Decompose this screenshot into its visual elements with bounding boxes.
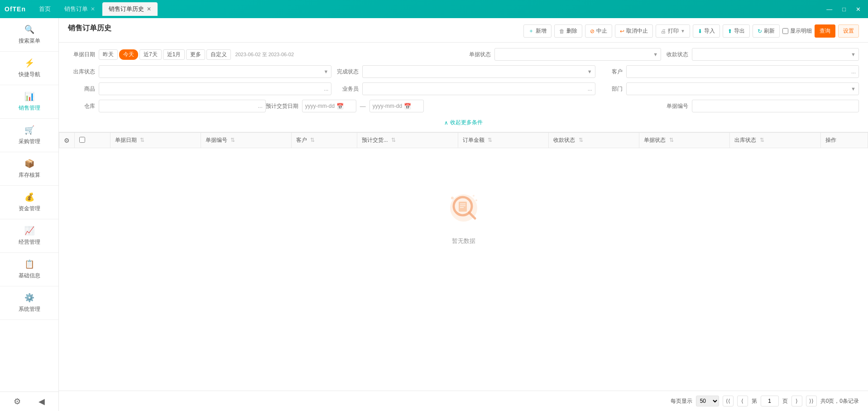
tab-sales-order-close[interactable]: ✕ — [91, 6, 95, 12]
date-custom-btn[interactable]: 自定义 — [206, 49, 231, 60]
th-amount[interactable]: 订单金额 ⇅ — [458, 133, 549, 148]
sidebar-item-finance[interactable]: 💰 资金管理 — [0, 186, 58, 219]
table-header: ⚙ 单据日期 ⇅ 单据编号 ⇅ — [59, 133, 868, 148]
sidebar-settings-icon[interactable]: ⚙ — [14, 396, 21, 406]
th-payment-status[interactable]: 收款状态 ⇅ — [549, 133, 639, 148]
warehouse-input[interactable]: ... — [99, 100, 266, 112]
delivery-date-end-placeholder: yyyy-mm-dd — [373, 103, 402, 109]
filter-order-number: 单据编号 — [661, 100, 859, 112]
table-settings-button[interactable]: ⚙ — [64, 137, 70, 144]
page-header-wrapper: 销售订单历史 ＋ 新增 🗑 删除 ⊘ 中止 ↩ — [59, 18, 868, 43]
import-label: 导入 — [704, 27, 715, 35]
print-button[interactable]: 🖨 打印 ▼ — [656, 24, 690, 38]
date-yesterday-btn[interactable]: 昨天 — [99, 49, 118, 60]
export-button[interactable]: ⬆ 导出 — [723, 24, 750, 38]
last-page-button[interactable]: ⟩⟩ — [806, 396, 817, 406]
sidebar-item-sys-mgmt[interactable]: ⚙️ 系统管理 — [0, 286, 58, 320]
show-detail-input[interactable] — [782, 28, 788, 34]
sidebar-item-operations[interactable]: 📈 经营管理 — [0, 219, 58, 253]
th-number[interactable]: 单据编号 ⇅ — [201, 133, 291, 148]
refresh-button[interactable]: ↻ 刷新 — [753, 24, 780, 38]
minimize-button[interactable]: — — [824, 6, 835, 13]
sidebar-item-quick-nav-label: 快捷导航 — [19, 71, 40, 78]
product-input[interactable]: ... — [99, 82, 331, 95]
th-date[interactable]: 单据日期 ⇅ — [110, 133, 201, 148]
delete-button[interactable]: 🗑 删除 — [554, 24, 582, 38]
cancel-stop-button[interactable]: ↩ 取消中止 — [615, 24, 653, 38]
import-icon: ⬇ — [698, 28, 702, 34]
delivery-date-end-input[interactable]: yyyy-mm-dd 📅 — [369, 100, 424, 112]
date-7days-btn[interactable]: 近7天 — [139, 49, 162, 60]
department-label: 部门 — [595, 85, 623, 93]
th-order-status[interactable]: 单据状态 ⇅ — [639, 133, 730, 148]
page-input[interactable] — [761, 396, 779, 406]
sidebar-item-search-menu[interactable]: 🔍 搜索菜单 — [0, 18, 58, 52]
order-number-input[interactable] — [692, 100, 859, 112]
sidebar-item-purchase-mgmt[interactable]: 🛒 采购管理 — [0, 119, 58, 152]
customer-input[interactable]: ... — [626, 65, 859, 78]
quick-nav-icon: ⚡ — [24, 58, 34, 68]
expected-delivery-label: 预计交货日期 — [266, 102, 298, 110]
query-label: 查询 — [820, 27, 830, 35]
table-header-row: ⚙ 单据日期 ⇅ 单据编号 ⇅ — [59, 133, 868, 148]
purchase-mgmt-icon: 🛒 — [24, 125, 34, 135]
filter-row-3: 商品 ... 业务员 ... 部门 ▼ — [68, 82, 859, 95]
maximize-button[interactable]: □ — [839, 6, 849, 13]
cancel-stop-icon: ↩ — [620, 28, 624, 34]
date-more-btn[interactable]: 更多 — [186, 49, 205, 60]
page-title: 销售订单历史 — [68, 24, 111, 33]
th-customer[interactable]: 客户 ⇅ — [292, 133, 357, 148]
filter-row-2: 出库状态 ▼ 完成状态 ▼ 客户 ... — [68, 65, 859, 78]
date-1month-btn[interactable]: 近1月 — [163, 49, 185, 60]
top-bar: OfTEn 首页 销售订单 ✕ 销售订单历史 ✕ — □ ✕ — [0, 0, 868, 18]
department-select[interactable]: ▼ — [626, 82, 859, 95]
new-button[interactable]: ＋ 新增 — [523, 24, 551, 38]
th-delivery-status[interactable]: 出库状态 ⇅ — [730, 133, 820, 148]
tab-sales-history[interactable]: 销售订单历史 ✕ — [102, 2, 158, 16]
th-customer-sort-icon: ⇅ — [310, 137, 315, 143]
tab-sales-history-close[interactable]: ✕ — [147, 6, 151, 12]
sidebar-item-operations-label: 经营管理 — [19, 238, 40, 246]
sidebar-collapse-icon[interactable]: ◀ — [38, 396, 45, 406]
prev-page-button[interactable]: ⟨ — [737, 396, 748, 406]
th-delivery-status-label: 出库状态 — [734, 137, 756, 143]
export-icon: ⬆ — [728, 28, 732, 34]
payment-status-select[interactable]: ▼ — [692, 48, 859, 61]
sidebar: 🔍 搜索菜单 ⚡ 快捷导航 📊 销售管理 🛒 采购管理 📦 库存核算 💰 资金管… — [0, 18, 59, 411]
close-button[interactable]: ✕ — [853, 6, 863, 13]
show-detail-checkbox[interactable]: 显示明细 — [782, 27, 812, 35]
stop-icon: ⊘ — [590, 28, 595, 34]
show-detail-label: 显示明细 — [790, 27, 812, 35]
sales-mgmt-icon: 📊 — [24, 92, 34, 102]
th-expected-delivery[interactable]: 预计交货... ⇅ — [357, 133, 458, 148]
expected-delivery-control: yyyy-mm-dd 📅 — yyyy-mm-dd 📅 — [302, 100, 424, 112]
page-size-select[interactable]: 50 20 100 — [696, 396, 719, 406]
sidebar-item-quick-nav[interactable]: ⚡ 快捷导航 — [0, 52, 58, 85]
select-all-checkbox[interactable] — [79, 137, 85, 143]
date-today-btn[interactable]: 今天 — [119, 49, 138, 60]
tab-sales-order[interactable]: 销售订单 ✕ — [58, 2, 101, 16]
filter-warehouse: 仓库 ... — [68, 100, 266, 112]
import-button[interactable]: ⬇ 导入 — [693, 24, 720, 38]
query-button[interactable]: 查询 — [815, 24, 835, 38]
operations-icon: 📈 — [24, 226, 34, 236]
sidebar-item-sales-mgmt[interactable]: 📊 销售管理 — [0, 85, 58, 119]
cancel-stop-label: 取消中止 — [626, 27, 648, 35]
collapse-row[interactable]: ∧ 收起更多条件 — [68, 117, 859, 126]
empty-text: 暂无数据 — [452, 237, 475, 245]
stop-button[interactable]: ⊘ 中止 — [585, 24, 612, 38]
delivery-date-start-input[interactable]: yyyy-mm-dd 📅 — [302, 100, 356, 112]
sidebar-item-inventory[interactable]: 📦 库存核算 — [0, 152, 58, 186]
first-page-button[interactable]: ⟨⟨ — [723, 396, 734, 406]
sidebar-item-base-info[interactable]: 📋 基础信息 — [0, 253, 58, 286]
settings-action-button[interactable]: 设置 — [838, 24, 859, 38]
delivery-status-select[interactable]: ▼ — [99, 65, 331, 78]
pagination: 每页显示 50 20 100 ⟨⟨ ⟨ 第 页 ⟩ ⟩⟩ 共0页，0条记录 — [59, 391, 868, 411]
next-page-button[interactable]: ⟩ — [791, 396, 802, 406]
filter-payment-status: 收款状态 ▼ — [661, 48, 859, 61]
order-status-select[interactable]: ▼ — [494, 48, 662, 61]
salesperson-input[interactable]: ... — [362, 82, 595, 95]
tab-home[interactable]: 首页 — [33, 2, 57, 16]
date-dash: — — [360, 103, 366, 110]
completion-status-select[interactable]: ▼ — [362, 65, 595, 78]
